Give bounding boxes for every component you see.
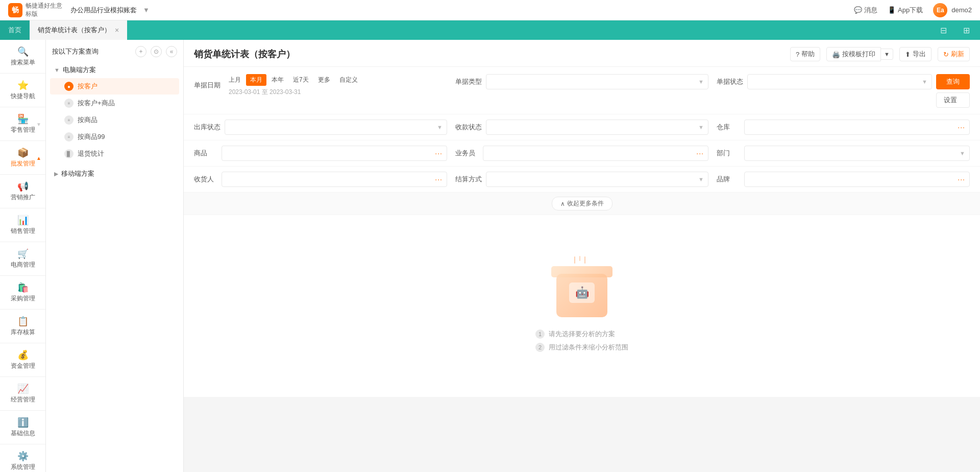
receipt-status-control[interactable]: ▼ [486, 120, 708, 135]
print-btn-group: 🖨️ 按模板打印 ▼ [826, 47, 893, 61]
sidebar-item-search[interactable]: 🔍 搜索菜单 [0, 40, 45, 74]
tab-home-label: 首页 [8, 26, 21, 35]
basics-icon: ℹ️ [3, 417, 42, 428]
scheme-item-by-customer-goods[interactable]: ≡ 按客户+商品 [50, 95, 179, 111]
mobile-group-expand-icon: ▶ [54, 171, 58, 177]
sidebar-label-operations: 经营管理 [3, 395, 42, 404]
title-dropdown-icon[interactable]: ▼ [143, 6, 150, 14]
tab-close-icon[interactable]: × [115, 27, 119, 34]
goods-control[interactable]: ··· [222, 146, 447, 161]
scheme-item-by-customer[interactable]: ● 按客户 [50, 78, 179, 95]
order-status-query-group: 单据状态 ▼ 查询 设置 [717, 74, 970, 108]
receipt-status-arrow-icon: ▼ [698, 124, 704, 130]
warehouse-dots-icon: ··· [958, 123, 965, 131]
user-action[interactable]: Ea demo2 [933, 3, 972, 17]
message-action[interactable]: 💬 消息 [854, 6, 877, 15]
empty-hint-2: 2 用过滤条件来缩小分析范围 [535, 343, 628, 352]
sidebar-label-inventory: 库存核算 [3, 328, 42, 337]
refresh-button[interactable]: ↻ 刷新 [938, 47, 970, 61]
date-tab-last-month[interactable]: 上月 [225, 74, 245, 86]
tab-sales-stats-label: 销货单统计表（按客户） [38, 26, 111, 35]
sidebar-label-wholesale: 批发管理 [3, 159, 42, 168]
tab-sales-stats[interactable]: 销货单统计表（按客户） × [30, 20, 127, 40]
collapse-button[interactable]: ∧ 收起更多条件 [552, 197, 612, 210]
empty-illustration: 🤖 [546, 256, 618, 317]
scheme-item-returns[interactable]: ▊ 退货统计 [50, 146, 179, 162]
department-arrow-icon: ▼ [960, 150, 965, 156]
payment-arrow-icon: ▼ [698, 176, 704, 182]
sidebar-item-wholesale[interactable]: 📦 批发管理 ▲ [0, 141, 45, 175]
export-icon: ⬆ [905, 51, 911, 58]
department-control[interactable]: ▼ [744, 146, 970, 161]
steam-3 [584, 256, 585, 264]
app-title: 办公用品行业模拟账套 [70, 6, 137, 15]
scheme-icon-g: ≡ [64, 115, 74, 125]
export-button[interactable]: ⬆ 导出 [899, 47, 932, 61]
print-dropdown-button[interactable]: ▼ [881, 49, 893, 60]
sidebar-item-ecommerce[interactable]: 🛒 电商管理 [0, 242, 45, 276]
consignee-control[interactable]: ··· [222, 172, 447, 187]
date-tab-this-year[interactable]: 本年 [267, 74, 288, 86]
print-button[interactable]: 🖨️ 按模板打印 [826, 47, 881, 61]
scheme-r-label: 退货统计 [78, 149, 104, 158]
tab-maximize-icon[interactable]: ⊞ [957, 26, 976, 35]
sidebar-item-purchase[interactable]: 🛍️ 采购管理 [0, 276, 45, 310]
scheme-active-icon: ● [64, 82, 74, 91]
order-status-label: 单据状态 [717, 77, 743, 86]
goods-label: 商品 [194, 149, 217, 158]
empty-box-top [551, 266, 612, 277]
sidebar-item-marketing[interactable]: 📢 营销推广 [0, 175, 45, 208]
salesperson-dots-icon: ··· [696, 149, 704, 157]
sidebar-label-ecommerce: 电商管理 [3, 261, 42, 269]
sidebar-item-finance[interactable]: 💰 资金管理 [0, 343, 45, 377]
brand-label: 品牌 [717, 175, 740, 184]
order-type-control[interactable]: ▼ [486, 74, 708, 89]
settings-button[interactable]: 设置 [936, 92, 970, 108]
app-download-icon: 📱 [888, 6, 896, 14]
scheme-group-mobile: ▶ 移动端方案 [50, 166, 179, 181]
salesperson-control[interactable]: ··· [483, 146, 708, 161]
sidebar-item-inventory[interactable]: 📋 库存核算 [0, 310, 45, 343]
department-label: 部门 [717, 149, 740, 158]
payment-control[interactable]: ▼ [486, 172, 708, 187]
scheme-group-desktop-header[interactable]: ▼ 电脑端方案 [50, 62, 179, 78]
operations-icon: 📈 [3, 383, 42, 394]
sidebar-item-retail[interactable]: 🏪 零售管理 ▼ [0, 107, 45, 141]
logo-area: 畅 畅捷通好生意标版 [8, 2, 62, 18]
group-expand-icon: ▼ [54, 67, 60, 73]
sidebar-item-operations[interactable]: 📈 经营管理 [0, 377, 45, 411]
date-tab-more[interactable]: 更多 [314, 74, 334, 86]
settings-scheme-button[interactable]: ⊙ [151, 46, 162, 57]
date-tab-custom[interactable]: 自定义 [335, 74, 362, 86]
scheme-group-mobile-header[interactable]: ▶ 移动端方案 [50, 166, 179, 181]
scheme-item-by-goods99[interactable]: ≡ 按商品99 [50, 129, 179, 145]
sidebar-item-basics[interactable]: ℹ️ 基础信息 [0, 411, 45, 444]
app-download-action[interactable]: 📱 App下载 [888, 6, 923, 15]
query-button[interactable]: 查询 [936, 74, 970, 89]
payment-label: 结算方式 [455, 175, 482, 184]
date-tabs: 上月 本月 本年 近7天 更多 自定义 [225, 74, 447, 86]
scheme-item-by-goods[interactable]: ≡ 按商品 [50, 112, 179, 128]
add-scheme-button[interactable]: + [135, 46, 146, 57]
sidebar-item-system[interactable]: ⚙️ 系统管理 [0, 444, 45, 472]
order-status-control[interactable]: ▼ [747, 74, 932, 89]
main-layout: 🔍 搜索菜单 ⭐ 快捷导航 🏪 零售管理 ▼ 📦 批发管理 ▲ 📢 营销推广 📊… [0, 40, 980, 472]
tab-home[interactable]: 首页 [0, 20, 30, 40]
date-tab-this-month[interactable]: 本月 [246, 74, 266, 86]
search-icon: 🔍 [3, 46, 42, 57]
sidebar-item-quicknav[interactable]: ⭐ 快捷导航 [0, 74, 45, 107]
left-panel-header: 按以下方案查询 + ⊙ « [46, 46, 183, 62]
tab-minimize-icon[interactable]: ⊟ [934, 26, 953, 35]
warehouse-control[interactable]: ··· [744, 120, 970, 135]
date-tab-7days[interactable]: 近7天 [289, 74, 313, 86]
date-range-display: 2023-03-01 至 2023-03-31 [229, 86, 447, 97]
collapse-panel-button[interactable]: « [166, 46, 177, 57]
brand-control[interactable]: ··· [744, 172, 970, 187]
help-button[interactable]: ? 帮助 [790, 47, 820, 61]
content-area: 销货单统计表（按客户） ? 帮助 🖨️ 按模板打印 ▼ ⬆ 导出 [184, 40, 980, 472]
sidebar-item-sales[interactable]: 📊 销售管理 [0, 208, 45, 242]
consignee-dots-icon: ··· [435, 175, 443, 183]
out-status-control[interactable]: ▼ [225, 120, 447, 135]
consignee-cell: 收货人 ··· [194, 172, 447, 187]
logo-icon: 畅 [8, 3, 22, 17]
